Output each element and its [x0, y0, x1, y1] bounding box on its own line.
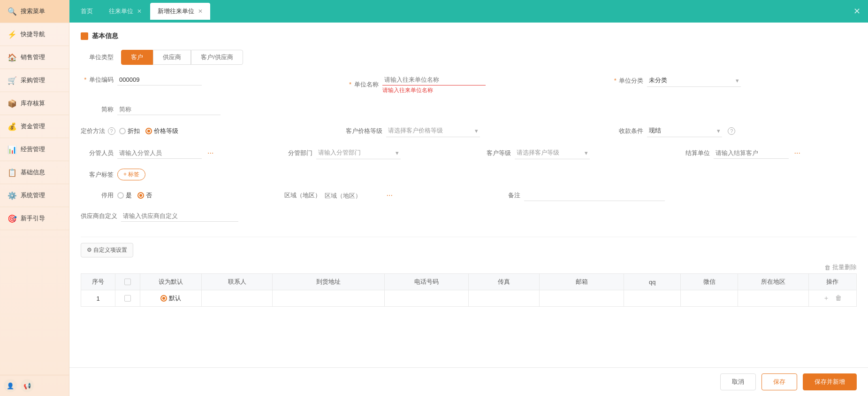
type-btn-both[interactable]: 客户/供应商	[191, 50, 243, 65]
customer-level-label: 客户等级	[478, 149, 511, 157]
unit-type-group: 客户 供应商 客户/供应商	[121, 50, 243, 65]
tab-partners-close[interactable]: ✕	[137, 8, 142, 14]
sidebar-bottom: 👤 📢	[0, 375, 69, 396]
cancel-button[interactable]: 取消	[720, 373, 756, 390]
tab-new-partner-label: 新增往来单位	[158, 7, 194, 16]
pricing-help-icon[interactable]: ?	[108, 127, 115, 135]
tab-partners-label: 往来单位	[109, 7, 133, 16]
supplier-custom-input[interactable]	[121, 210, 238, 222]
disable-radio-group: 是 否	[117, 191, 152, 200]
select-all-checkbox[interactable]	[124, 279, 131, 285]
tab-home[interactable]: 首页	[73, 3, 100, 20]
settlement-unit-input[interactable]	[714, 148, 789, 159]
pricing-radio-price-level[interactable]: 价格等级	[145, 127, 178, 135]
sidebar-item-inventory[interactable]: 📦 库存核算	[0, 92, 69, 115]
short-name-input[interactable]	[117, 104, 221, 115]
customer-level-select[interactable]: 请选择客户等级 ▾	[515, 147, 590, 159]
sidebar-item-basic[interactable]: 📋 基础信息	[0, 161, 69, 184]
window-close-button[interactable]: ✕	[850, 4, 864, 18]
required-star: *	[84, 76, 86, 83]
disable-radio-yes[interactable]: 是	[117, 191, 132, 200]
contact-input[interactable]	[216, 295, 258, 302]
sidebar-item-sales[interactable]: 🏠 销售管理	[0, 46, 69, 69]
user-icon[interactable]: 👤	[4, 379, 17, 392]
disable-radio-no[interactable]: 否	[137, 191, 152, 200]
manager-more-btn[interactable]: ···	[206, 149, 215, 157]
col-qq: qq	[624, 274, 681, 290]
short-name-label: 简称	[81, 105, 114, 114]
footer-bar: 取消 保存 保存并新增	[69, 367, 868, 396]
unit-name-label: * 单位名称	[346, 80, 379, 89]
tab-new-partner[interactable]: 新增往来单位 ✕	[150, 3, 210, 20]
sidebar-item-purchase[interactable]: 🛒 采购管理	[0, 69, 69, 92]
section-title: 基本信息	[92, 32, 118, 40]
sidebar-item-label: 搜索菜单	[21, 7, 45, 16]
cell-action: ＋ 🗑	[808, 290, 857, 307]
short-name-field: 简称	[81, 104, 857, 115]
payment-terms-select[interactable]: 现结 ▾	[647, 124, 722, 137]
manager-input[interactable]	[117, 148, 202, 159]
customer-tag-label: 客户标签	[81, 171, 114, 179]
row-disable-region: 停用 是 否 区域（地区） ···	[81, 190, 857, 201]
wechat-input[interactable]	[693, 295, 726, 302]
manager-label: 分管人员	[81, 149, 114, 157]
unit-category-select[interactable]: 未分类 ▾	[647, 74, 741, 87]
tab-partners[interactable]: 往来单位 ✕	[101, 3, 149, 20]
disable-label: 停用	[81, 191, 114, 200]
department-select[interactable]: 请输入分管部门 ▾	[316, 147, 401, 159]
phone-input[interactable]	[401, 295, 452, 302]
fax-input[interactable]	[483, 295, 525, 302]
default-radio[interactable]: 默认	[143, 294, 199, 303]
qq-input[interactable]	[636, 295, 669, 302]
tag-btn-container: + 标签	[117, 169, 145, 180]
email-input[interactable]	[556, 295, 608, 302]
sidebar-item-finance[interactable]: 💰 资金管理	[0, 115, 69, 138]
no-label: 否	[146, 191, 152, 200]
customer-price-level-select[interactable]: 请选择客户价格等级 ▾	[386, 124, 480, 137]
row-checkbox[interactable]	[124, 295, 131, 302]
discount-label: 折扣	[128, 127, 140, 135]
region-more-btn[interactable]: ···	[385, 191, 395, 200]
custom-settings-button[interactable]: ⚙ 自定义项设置	[81, 243, 133, 257]
sidebar-item-system[interactable]: ⚙️ 系统管理	[0, 184, 69, 207]
clipboard-icon: 📋	[8, 168, 17, 177]
target-icon: 🎯	[8, 214, 17, 223]
type-btn-customer[interactable]: 客户	[121, 50, 153, 65]
region-input[interactable]	[325, 192, 381, 199]
sidebar-item-quick-nav[interactable]: ⚡ 快捷导航	[0, 23, 69, 46]
save-new-button[interactable]: 保存并新增	[803, 373, 857, 390]
cell-contact	[202, 290, 273, 307]
cell-fax	[469, 290, 540, 307]
expand-icon[interactable]: 📢	[21, 379, 34, 392]
contact-table: 序号 设为默认 联系人 到货地址 电话号码 传真 邮箱 qq 微信 所在地区 操…	[81, 273, 857, 307]
remark-input[interactable]	[524, 190, 665, 201]
payment-help-icon[interactable]: ?	[728, 127, 735, 135]
sidebar-item-search[interactable]: 🔍 搜索菜单	[0, 0, 69, 23]
payment-terms-field: 收款条件 现结 ▾ ?	[610, 124, 857, 137]
unit-code-input[interactable]	[117, 74, 202, 85]
basic-info-section-header: 基本信息	[81, 32, 857, 40]
col-checkbox	[115, 274, 140, 290]
sidebar-item-guide[interactable]: 🎯 新手引导	[0, 207, 69, 230]
unit-name-input[interactable]	[382, 74, 486, 85]
col-action: 操作	[808, 274, 857, 290]
table-row: 1 默认	[81, 290, 857, 307]
sidebar-item-label: 经营管理	[21, 145, 45, 154]
tab-new-partner-close[interactable]: ✕	[198, 8, 203, 14]
save-button[interactable]: 保存	[761, 373, 797, 390]
row-customer-tag: 客户标签 + 标签	[81, 169, 857, 180]
add-tag-button[interactable]: + 标签	[117, 169, 145, 180]
money-icon: 💰	[8, 122, 17, 131]
add-row-button[interactable]: ＋	[821, 293, 831, 303]
col-address: 到货地址	[273, 274, 384, 290]
sidebar-item-label: 系统管理	[21, 191, 45, 200]
batch-delete-button[interactable]: 🗑 批量删除	[824, 263, 857, 272]
delete-row-button[interactable]: 🗑	[833, 293, 844, 303]
pricing-radio-discount[interactable]: 折扣	[119, 127, 140, 135]
type-btn-supplier[interactable]: 供应商	[153, 50, 191, 65]
sidebar-item-operations[interactable]: 📊 经营管理	[0, 138, 69, 161]
row-region-input[interactable]	[752, 295, 794, 302]
gear-icon: ⚙️	[8, 191, 17, 200]
settlement-more-btn[interactable]: ···	[792, 149, 802, 157]
address-input[interactable]	[293, 295, 364, 302]
